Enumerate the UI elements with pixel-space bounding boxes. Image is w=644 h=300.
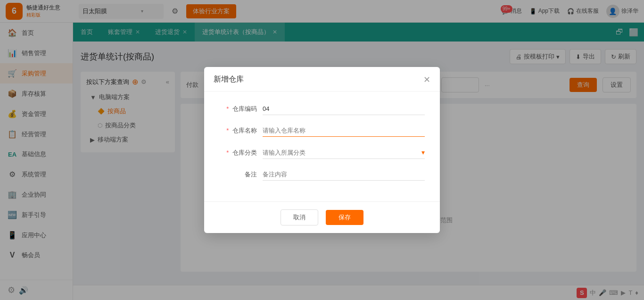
- cancel-button[interactable]: 取消: [281, 209, 318, 225]
- modal-footer: 取消 保存: [204, 201, 440, 233]
- category-label: * 仓库分类: [219, 149, 257, 157]
- required-star-name: *: [226, 127, 229, 134]
- remark-label: 备注: [219, 170, 257, 179]
- code-label: * 仓库编码: [219, 105, 257, 113]
- modal-close-button[interactable]: ✕: [423, 75, 430, 84]
- required-star-category: *: [226, 149, 229, 156]
- warehouse-code-input[interactable]: [263, 103, 425, 115]
- modal-header: 新增仓库 ✕: [204, 67, 440, 92]
- name-label: * 仓库名称: [219, 126, 257, 135]
- required-star-code: *: [226, 105, 229, 112]
- modal-body: * 仓库编码 * 仓库名称 * 仓库分类: [204, 92, 440, 201]
- form-row-name: * 仓库名称: [219, 125, 425, 137]
- modal-overlay[interactable]: 新增仓库 ✕ * 仓库编码 * 仓库名称: [0, 0, 644, 300]
- modal-title: 新增仓库: [214, 75, 244, 84]
- remark-input[interactable]: [263, 168, 425, 181]
- save-button[interactable]: 保存: [326, 210, 363, 225]
- add-warehouse-modal: 新增仓库 ✕ * 仓库编码 * 仓库名称: [204, 67, 440, 233]
- form-row-category: * 仓库分类 ▾: [219, 146, 425, 159]
- category-select-wrap: ▾: [263, 146, 425, 159]
- form-row-remark: 备注: [219, 168, 425, 181]
- category-dropdown-icon[interactable]: ▾: [421, 149, 425, 156]
- form-row-code: * 仓库编码: [219, 103, 425, 115]
- warehouse-name-input[interactable]: [263, 125, 425, 137]
- category-input[interactable]: [263, 149, 421, 156]
